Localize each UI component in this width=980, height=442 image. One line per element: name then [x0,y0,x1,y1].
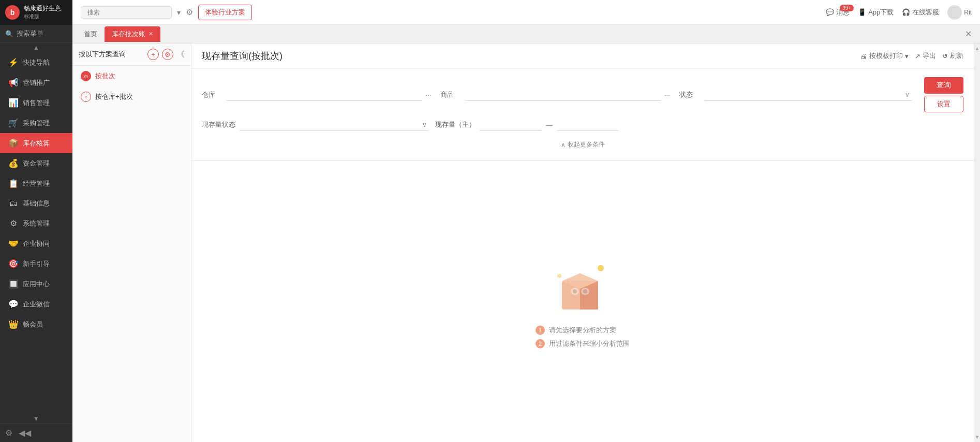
right-scrollbar: ▲ ▼ [974,43,980,442]
basic-icon: 🗂 [8,199,19,208]
page-title: 现存量查询(按批次) [202,50,283,62]
online-service-button[interactable]: 🎧 在线客服 [902,8,939,17]
tab-home[interactable]: 首页 [77,26,105,42]
guide-icon: 🎯 [8,259,19,269]
tab-close-icon[interactable]: ✕ [149,31,153,37]
messages-badge: 99+ [840,5,854,11]
sidebar-item-shortcut[interactable]: ⚡ 快捷导航 [0,52,72,72]
left-panel: 按以下方案查询 + ⚙ 《 ⊙ 按批次 ○ 按仓库+批次 [72,43,191,442]
topbar-gear-icon[interactable]: ⚙ [186,7,193,17]
panel-collapse-button[interactable]: 《 [176,49,185,60]
warehouse-input[interactable] [227,89,422,101]
goods-input[interactable] [465,89,661,101]
query-button[interactable]: 查询 [924,77,963,94]
warehouse-label: 仓库 [202,90,222,99]
filter-dash: — [542,121,557,129]
sidebar-item-purchase[interactable]: 🛒 采购管理 [0,113,72,133]
goods-more-icon[interactable]: ··· [661,90,673,100]
messages-button[interactable]: 💬 消息 99+ [826,8,850,17]
sidebar-collapse-icon[interactable]: ◀◀ [19,428,31,438]
search-dropdown-icon[interactable]: ▾ [177,8,181,17]
page-title-bar: 现存量查询(按批次) 🖨 按模板打印 ▾ ↗ 导出 ↺ 刷新 [191,43,974,69]
tab-close-page-icon[interactable]: ✕ [961,29,976,39]
add-scheme-button[interactable]: + [147,49,159,60]
tab-inventory-batch-label: 库存批次账 [112,30,145,39]
sidebar-item-operations[interactable]: 📋 经营管理 [0,173,72,194]
sidebar-nav: ⚡ 快捷导航 📢 营销推广 📊 销售管理 🛒 采购管理 📦 库存核算 💰 资金管… [0,52,72,414]
inventory-status-label: 现存量状态 [202,120,235,129]
title-actions: 🖨 按模板打印 ▾ ↗ 导出 ↺ 刷新 [860,51,963,61]
empty-step-1: 1 请先选择要分析的方案 [536,326,630,335]
sidebar-item-wechat[interactable]: 💬 企业微信 [0,294,72,314]
sidebar-item-label: 经营管理 [23,179,50,188]
app-logo: b [5,5,20,20]
sidebar-item-apps[interactable]: 🔲 应用中心 [0,274,72,294]
print-label: 按模板打印 [869,51,903,61]
topbar: ▾ ⚙ 体验行业方案 💬 消息 99+ 📱 App下载 🎧 在线客服 Rit [72,0,980,25]
sidebar-item-inventory[interactable]: 📦 库存核算 [0,133,72,153]
step-2-text: 用过滤条件来缩小分析范围 [549,339,630,348]
print-dropdown-icon[interactable]: ▾ [905,52,909,60]
empty-state: 1 请先选择要分析的方案 2 用过滤条件来缩小分析范围 [191,161,974,442]
phone-icon: 📱 [858,8,866,16]
current-qty-from[interactable] [480,119,542,131]
sidebar-item-label: 系统管理 [23,219,50,228]
online-service-label: 在线客服 [912,8,939,17]
headset-icon: 🎧 [902,8,910,16]
scrollbar-down-button[interactable]: ▼ [975,432,980,442]
app-download-button[interactable]: 📱 App下载 [858,8,894,17]
filter-row-1: 仓库 ··· 商品 ··· 状态 [202,77,963,112]
tab-inventory-batch[interactable]: 库存批次账 ✕ [105,26,160,42]
sidebar-item-label: 营销推广 [23,78,50,87]
current-qty-to[interactable] [557,119,619,131]
scheme-item-batch[interactable]: ⊙ 按批次 [72,66,191,86]
sidebar-scroll-down[interactable]: ▼ [0,414,72,423]
sidebar-scroll-up[interactable]: ▲ [0,43,72,52]
export-button[interactable]: ↗ 导出 [915,51,936,61]
topbar-left: ▾ ⚙ 体验行业方案 [81,5,252,20]
refresh-button[interactable]: ↺ 刷新 [942,51,963,61]
sidebar-item-guide[interactable]: 🎯 新手引导 [0,254,72,274]
search-label: 搜索菜单 [17,29,43,38]
inventory-status-select[interactable] [240,119,429,131]
sidebar-item-enterprise[interactable]: 🤝 企业协同 [0,233,72,254]
app-download-label: App下载 [868,8,894,17]
user-avatar [947,5,962,20]
print-icon: 🖨 [860,52,867,60]
sidebar-item-label: 企业微信 [23,300,50,309]
left-panel-actions: + ⚙ 《 [147,49,185,60]
sidebar-search[interactable]: 🔍 搜索菜单 [0,25,72,43]
print-button[interactable]: 🖨 按模板打印 ▾ [860,51,909,61]
topbar-search-input[interactable] [81,6,172,19]
sidebar-settings-icon[interactable]: ⚙ [5,428,12,438]
sidebar-header: b 畅康通好生意 标准版 [0,0,72,25]
status-select[interactable] [704,89,912,101]
user-profile-button[interactable]: Rit [947,5,972,20]
settings-button[interactable]: 设置 [924,96,963,112]
scrollbar-up-button[interactable]: ▲ [975,43,980,53]
scheme-item-warehouse-batch[interactable]: ○ 按仓库+批次 [72,86,191,107]
empty-step-2: 2 用过滤条件来缩小分析范围 [536,339,630,348]
collapse-condition-button[interactable]: ∧ 收起更多条件 [202,137,963,152]
svg-point-8 [557,274,561,278]
plus-icon: + [151,51,155,58]
trial-button[interactable]: 体验行业方案 [198,5,252,20]
sidebar-item-label: 基础信息 [23,199,50,208]
sidebar-item-finance[interactable]: 💰 资金管理 [0,153,72,173]
filter-row-2: 现存量状态 ∨ 现存量（主） — [202,119,963,131]
marketing-icon: 📢 [8,78,19,87]
sidebar-item-member[interactable]: 👑 畅会员 [0,314,72,334]
topbar-right: 💬 消息 99+ 📱 App下载 🎧 在线客服 Rit [826,5,972,20]
sidebar-item-label: 库存核算 [23,139,50,148]
export-icon: ↗ [915,52,920,60]
sidebar-item-sales[interactable]: 📊 销售管理 [0,93,72,113]
operations-icon: 📋 [8,179,19,188]
scheme-settings-button[interactable]: ⚙ [162,49,173,60]
sidebar-item-label: 企业协同 [23,239,50,248]
settings-icon: ⚙ [165,51,171,58]
status-label: 状态 [679,90,700,99]
warehouse-more-icon[interactable]: ··· [422,90,434,100]
sidebar-item-basic[interactable]: 🗂 基础信息 [0,194,72,213]
sidebar-item-marketing[interactable]: 📢 营销推广 [0,72,72,93]
sidebar-item-system[interactable]: ⚙ 系统管理 [0,213,72,233]
